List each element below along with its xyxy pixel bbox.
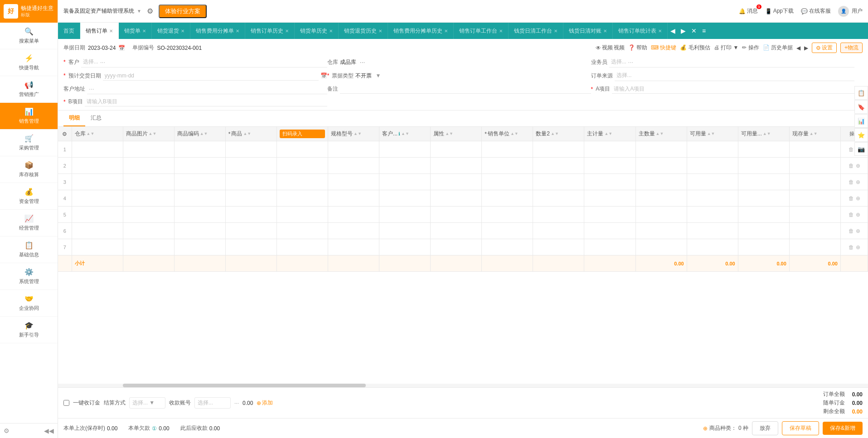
- tabbar-menu[interactable]: ≡: [699, 27, 708, 34]
- warehouse-value[interactable]: 成品库: [340, 58, 356, 66]
- th-attrs[interactable]: 属性 ▲▼: [431, 127, 482, 141]
- row-4-warehouse[interactable]: [72, 190, 123, 207]
- float-icon-3[interactable]: 📊: [854, 114, 868, 128]
- row-5-spec[interactable]: [328, 207, 379, 223]
- tab-expense-history[interactable]: 销售费用分摊单历史 ✕: [388, 23, 454, 39]
- save-draft-btn[interactable]: 保存草稿: [782, 421, 819, 435]
- online-service-btn[interactable]: 💬 在线客服: [801, 7, 831, 15]
- row-7-spec[interactable]: [328, 239, 379, 255]
- row-6-customer-code[interactable]: [379, 223, 431, 239]
- row-7-attrs[interactable]: [431, 239, 482, 255]
- row-1-customer-code[interactable]: [379, 141, 431, 158]
- row-1-main-qty[interactable]: [635, 141, 687, 158]
- row-6-attrs[interactable]: [431, 223, 482, 239]
- tab-order-workbench[interactable]: 销售订单工作台 ✕: [454, 23, 509, 39]
- tab-sales-expense-close[interactable]: ✕: [236, 29, 239, 34]
- row-5-product[interactable]: [225, 207, 276, 223]
- row-3-delete-btn[interactable]: 🗑: [849, 179, 854, 185]
- th-warehouse[interactable]: 仓库 ▲▼: [72, 127, 123, 141]
- sidebar-item-quicknav[interactable]: ⚡ 快捷导航: [0, 49, 58, 76]
- warehouse-more-icon[interactable]: ···: [360, 58, 365, 66]
- row-3-product[interactable]: [225, 174, 276, 190]
- prev-doc-btn[interactable]: ◀: [796, 45, 800, 51]
- tab-sales-order-close[interactable]: ✕: [109, 29, 113, 34]
- quick-pay-checkbox[interactable]: [63, 400, 69, 406]
- payment-amount[interactable]: 0.00: [242, 400, 253, 406]
- sidebar-item-operations[interactable]: 📈 经营管理: [0, 210, 58, 236]
- save-new-btn[interactable]: 保存&新增: [823, 422, 863, 435]
- row-5-attrs[interactable]: [431, 207, 482, 223]
- industry-btn[interactable]: 体验行业方案: [159, 5, 207, 18]
- staff-more-icon[interactable]: ···: [628, 58, 634, 66]
- row-5-code[interactable]: [174, 207, 225, 223]
- row-3-unit[interactable]: [482, 174, 533, 190]
- row-2-code[interactable]: [174, 158, 225, 174]
- sidebar-item-finance[interactable]: 💰 资金管理: [0, 183, 58, 210]
- row-2-attrs[interactable]: [431, 158, 482, 174]
- settings-btn[interactable]: ⚙ 设置: [812, 43, 837, 53]
- b-project-input[interactable]: [85, 97, 327, 106]
- th-product[interactable]: * 商品 ▲▼: [225, 127, 276, 141]
- payment-method-select[interactable]: 选择... ▼: [129, 397, 165, 409]
- th-img[interactable]: 商品图片 ▲▼: [123, 127, 174, 141]
- settings-icon[interactable]: ⚙: [4, 427, 10, 434]
- row-5-warehouse[interactable]: [72, 207, 123, 223]
- app-download-btn[interactable]: 📱 App下载: [765, 7, 794, 15]
- sidebar-item-purchase[interactable]: 🛒 采购管理: [0, 130, 58, 156]
- account-more-icon[interactable]: ···: [234, 400, 239, 406]
- tabbar-close-all[interactable]: ✕: [689, 27, 699, 34]
- row-4-unit[interactable]: [482, 190, 533, 207]
- gear-icon[interactable]: ⚙: [147, 7, 153, 15]
- row-7-delete-btn[interactable]: 🗑: [849, 244, 854, 250]
- address-input[interactable]: ···: [87, 84, 327, 94]
- row-3-spec[interactable]: [328, 174, 379, 190]
- tab-daily-reconcile-close[interactable]: ✕: [603, 29, 607, 34]
- th-code[interactable]: 商品编码 ▲▼: [174, 127, 225, 141]
- row-3-attrs[interactable]: [431, 174, 482, 190]
- tab-sales-expense[interactable]: 销售费用分摊单 ✕: [190, 23, 245, 39]
- row-6-qty2[interactable]: [533, 223, 584, 239]
- row-3-customer-code[interactable]: [379, 174, 431, 190]
- th-spec[interactable]: 规格型号 ▲▼: [328, 127, 379, 141]
- order-source-select[interactable]: 选择...: [615, 70, 855, 81]
- row-2-product[interactable]: [225, 158, 276, 174]
- delivery-input[interactable]: [103, 71, 319, 81]
- row-6-warehouse[interactable]: [72, 223, 123, 239]
- tab-sales-order-history[interactable]: 销售订单历史 ✕: [245, 23, 295, 39]
- th-qty2[interactable]: 数量2 ▲▼: [533, 127, 584, 141]
- row-2-unit[interactable]: [482, 158, 533, 174]
- tab-sales-stats[interactable]: 销售订单统计表 ✕: [613, 23, 668, 39]
- float-icon-5[interactable]: 📷: [854, 142, 868, 156]
- discard-btn[interactable]: 放弃: [752, 421, 778, 435]
- tab-sales-goods[interactable]: 销货单 ✕: [119, 23, 152, 39]
- tab-sales-order-history-close[interactable]: ✕: [285, 29, 289, 34]
- cur-debt-info[interactable]: ①: [152, 425, 157, 432]
- help-btn[interactable]: ❓ 帮助: [628, 44, 647, 52]
- row-4-spec[interactable]: [328, 190, 379, 207]
- row-7-copy-btn[interactable]: ⊕: [856, 244, 860, 250]
- row-7-main-qty[interactable]: [635, 239, 687, 255]
- customer-more-icon[interactable]: ···: [100, 58, 106, 66]
- tab-goods-history-close[interactable]: ✕: [329, 29, 333, 34]
- sidebar-item-guide[interactable]: 🎓 新手引导: [0, 317, 58, 343]
- row-7-product[interactable]: [225, 239, 276, 255]
- calendar2-icon[interactable]: 📅: [320, 72, 327, 79]
- row-2-delete-btn[interactable]: 🗑: [849, 163, 854, 169]
- date-value[interactable]: 2023-03-24: [88, 45, 116, 51]
- a-project-input[interactable]: [612, 84, 854, 94]
- shortcut-btn[interactable]: ⌨ 快捷键: [651, 44, 676, 52]
- row-2-warehouse[interactable]: [72, 158, 123, 174]
- row-3-warehouse[interactable]: [72, 174, 123, 190]
- row-4-main-qty[interactable]: [635, 190, 687, 207]
- tab-summary[interactable]: 汇总: [85, 111, 107, 126]
- tab-sales-return-close[interactable]: ✕: [181, 29, 184, 34]
- row-6-code[interactable]: [174, 223, 225, 239]
- sidebar-item-inventory[interactable]: 📦 库存核算: [0, 156, 58, 183]
- row-6-spec[interactable]: [328, 223, 379, 239]
- row-3-copy-btn[interactable]: ⊕: [856, 179, 860, 185]
- row-3-code[interactable]: [174, 174, 225, 190]
- print-btn[interactable]: 🖨 打印 ▼: [714, 44, 739, 52]
- th-settings[interactable]: ⚙: [58, 127, 72, 141]
- row-4-product[interactable]: [225, 190, 276, 207]
- th-stock-qty[interactable]: 现存量 ▲▼: [789, 127, 840, 141]
